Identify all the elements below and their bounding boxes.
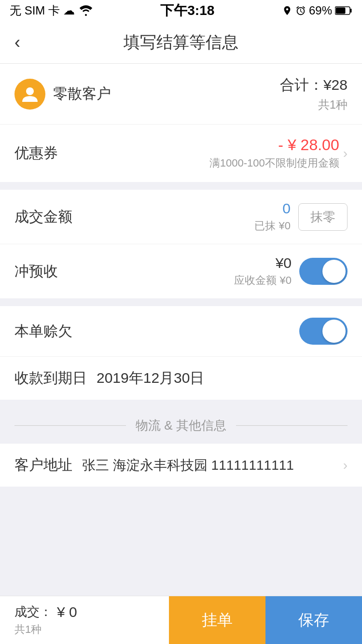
debit-row: 本单赊欠 [0,306,362,356]
bottom-summary: 成交： ¥ 0 共1种 [0,596,169,644]
bottom-deal-amount: ¥ 0 [57,604,77,620]
customer-card: 零散客户 合计：¥28 共1种 优惠券 - ¥ 28.00 满1000-100不… [0,64,362,182]
deal-amount-right: 0 已抹 ¥0 抹零 [254,200,348,233]
customer-left: 零散客户 [14,79,111,110]
logistics-text: 物流 & 其他信息 [136,417,226,434]
bottom-count-label: 共1种 [14,622,154,637]
prepayment-toggle[interactable] [299,258,348,285]
address-value: 张三 海淀永丰科技园 11111111111 [82,456,339,475]
deal-amount-sub: 已抹 ¥0 [254,219,291,233]
debit-toggle-knob [322,320,346,343]
status-bar: 无 SIM 卡 ☁ 下午3:18 69% [0,0,362,21]
toggle-knob [322,260,346,283]
due-date-row: 收款到期日 2019年12月30日 [0,356,362,400]
status-left: 无 SIM 卡 ☁ [10,3,93,18]
battery-icon [335,6,352,15]
address-label: 客户地址 [14,455,72,475]
deal-amount-label: 成交金额 [14,207,72,227]
status-right: 69% [282,4,352,17]
hold-button[interactable]: 挂单 [169,596,265,644]
svg-rect-2 [335,8,345,14]
alarm-icon [295,5,306,16]
debit-toggle[interactable] [299,318,348,345]
address-chevron-icon: › [343,458,348,473]
prepayment-sub: 应收金额 ¥0 [234,273,292,288]
round-zero-button[interactable]: 抹零 [298,203,348,231]
status-time: 下午3:18 [160,1,214,20]
prepayment-row: 冲预收 ¥0 应收金额 ¥0 [0,244,362,298]
coupon-label: 优惠券 [14,143,58,163]
location-icon [282,5,292,16]
bottom-bar: 成交： ¥ 0 共1种 挂单 保存 [0,596,362,644]
address-row[interactable]: 客户地址 张三 海淀永丰科技园 11111111111 › [0,444,362,487]
due-date-label: 收款到期日 [14,368,87,388]
svg-point-4 [26,87,34,95]
due-date-value: 2019年12月30日 [97,368,204,388]
coupon-amount: - ¥ 28.00 [209,136,339,154]
save-button[interactable]: 保存 [265,596,362,644]
deal-amount-row: 成交金额 0 已抹 ¥0 抹零 [0,190,362,244]
logistics-line-left [14,425,126,426]
chevron-right-icon: › [343,146,348,161]
sim-label: 无 SIM 卡 ☁ [10,3,75,18]
bottom-summary-row1: 成交： ¥ 0 [14,603,154,620]
nav-bar: ‹ 填写结算等信息 [0,21,362,64]
coupon-right: - ¥ 28.00 满1000-100不限制使用金额 › [209,136,348,170]
customer-name: 零散客户 [53,84,111,104]
logistics-header: 物流 & 其他信息 [0,407,362,444]
deal-amount-card: 成交金额 0 已抹 ¥0 抹零 冲预收 ¥0 应收金额 ¥0 [0,190,362,298]
svg-rect-1 [350,9,351,13]
coupon-row[interactable]: 优惠券 - ¥ 28.00 满1000-100不限制使用金额 › [0,124,362,182]
customer-row: 零散客户 合计：¥28 共1种 [0,64,362,124]
battery-pct: 69% [309,4,332,17]
debit-card: 本单赊欠 收款到期日 2019年12月30日 [0,306,362,400]
wifi-icon [79,5,93,16]
prepayment-amount: ¥0 [234,255,292,271]
total-amount: 合计：¥28 [280,75,348,95]
prepayment-label: 冲预收 [14,262,58,281]
avatar [14,79,45,110]
deal-amount-value[interactable]: 0 [254,200,291,217]
total-count: 共1种 [280,97,348,112]
coupon-info: - ¥ 28.00 满1000-100不限制使用金额 [209,136,339,170]
debit-label: 本单赊欠 [14,322,72,341]
empty-space [0,487,362,583]
person-icon [19,84,41,105]
coupon-desc: 满1000-100不限制使用金额 [209,156,339,170]
logistics-line-right [236,425,348,426]
prepayment-right: ¥0 应收金额 ¥0 [234,255,348,288]
back-button[interactable]: ‹ [14,32,20,53]
bottom-deal-label: 成交： [14,603,52,620]
page-title: 填写结算等信息 [124,31,238,54]
customer-right: 合计：¥28 共1种 [280,75,348,112]
